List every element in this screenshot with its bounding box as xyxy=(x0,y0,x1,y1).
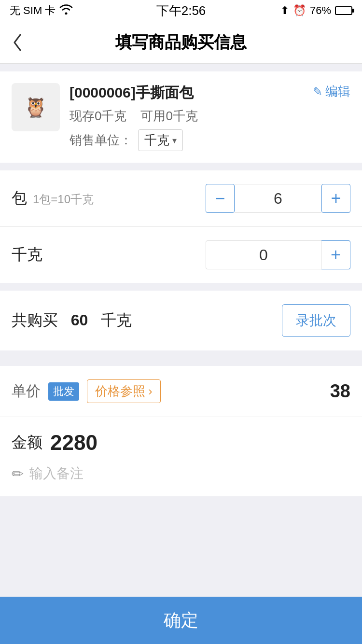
quantity-row-kg: 千克 + xyxy=(0,227,362,283)
unit-select[interactable]: 千克 ▾ xyxy=(138,129,183,151)
total-row: 共购买 60 千克 录批次 xyxy=(0,291,362,350)
battery-percent: 76% xyxy=(310,4,331,17)
quantity-row-bao: 包 1包=10千克 − + xyxy=(0,170,362,227)
amount-section: 金额 2280 ✏ 输入备注 xyxy=(0,417,362,496)
product-owl-icon: 🦉 xyxy=(24,96,48,119)
carrier-label: 无 SIM 卡 xyxy=(10,3,56,18)
kg-label: 千克 xyxy=(12,244,206,266)
kg-label-main: 千克 xyxy=(12,244,42,266)
price-value: 38 xyxy=(330,381,350,402)
total-value: 60 xyxy=(71,311,88,329)
stock-label: 现存0千克 xyxy=(70,109,126,123)
kg-quantity-controls: + xyxy=(206,240,350,269)
price-label: 单价 xyxy=(12,381,41,401)
bao-label: 包 1包=10千克 xyxy=(12,188,206,209)
total-prefix: 共购买 xyxy=(12,311,58,329)
price-ref-button[interactable]: 价格参照 › xyxy=(87,379,161,403)
status-bar-left: 无 SIM 卡 xyxy=(10,3,73,18)
remark-icon: ✏ xyxy=(12,465,24,482)
section-divider-2 xyxy=(0,283,362,291)
product-stock: 现存0千克 可用0千克 xyxy=(70,108,350,125)
location-icon: ⬆ xyxy=(280,4,289,17)
edit-label: 编辑 xyxy=(325,83,350,100)
available-label: 可用0千克 xyxy=(140,109,197,123)
unit-prefix-label: 销售单位： xyxy=(70,132,132,149)
wifi-icon xyxy=(59,4,73,17)
bao-label-main: 包 xyxy=(12,188,27,209)
unit-dropdown-icon: ▾ xyxy=(172,135,177,146)
section-divider-1 xyxy=(0,163,362,170)
bao-label-hint: 1包=10千克 xyxy=(33,192,94,207)
product-image: 🦉 xyxy=(12,83,60,131)
edit-button[interactable]: ✎ 编辑 xyxy=(313,83,350,100)
remark-row[interactable]: ✏ 输入备注 xyxy=(12,464,350,483)
total-unit: 千克 xyxy=(101,311,132,329)
status-bar-right: ⬆ ⏰ 76% xyxy=(280,4,352,17)
batch-button[interactable]: 录批次 xyxy=(282,304,350,337)
total-text: 共购买 60 千克 xyxy=(12,310,132,331)
product-card: 🦉 [0000006]手撕面包 现存0千克 可用0千克 销售单位： 千克 ▾ ✎… xyxy=(0,71,362,163)
remark-placeholder: 输入备注 xyxy=(29,464,84,483)
kg-quantity-input[interactable] xyxy=(206,240,321,269)
bao-minus-button[interactable]: − xyxy=(206,184,235,213)
bao-quantity-input[interactable] xyxy=(235,184,321,213)
amount-value: 2280 xyxy=(50,431,97,455)
alarm-icon: ⏰ xyxy=(293,4,306,17)
price-ref-arrow-icon: › xyxy=(148,384,153,399)
battery-icon xyxy=(335,6,352,15)
product-info: [0000006]手撕面包 现存0千克 可用0千克 销售单位： 千克 ▾ xyxy=(70,83,350,151)
page-title: 填写商品购买信息 xyxy=(115,31,247,54)
bao-quantity-controls: − + xyxy=(206,184,350,213)
edit-icon: ✎ xyxy=(313,85,322,98)
amount-label: 金额 xyxy=(12,432,42,453)
nav-bar: 填写商品购买信息 xyxy=(0,21,362,64)
product-unit-row: 销售单位： 千克 ▾ xyxy=(70,129,350,151)
price-batch-tag: 批发 xyxy=(48,382,79,401)
section-divider-3 xyxy=(0,350,362,358)
status-bar-time: 下午2:56 xyxy=(156,2,206,19)
quantity-section: 包 1包=10千克 − + 千克 + xyxy=(0,170,362,283)
product-name: [0000006]手撕面包 xyxy=(70,83,350,103)
price-section: 单价 批发 价格参照 › 38 xyxy=(0,366,362,417)
amount-row: 金额 2280 xyxy=(12,431,350,455)
unit-value: 千克 xyxy=(144,132,169,149)
back-button[interactable] xyxy=(12,33,23,52)
confirm-button[interactable]: 确定 xyxy=(0,597,362,644)
bao-plus-button[interactable]: + xyxy=(321,184,350,213)
kg-plus-button[interactable]: + xyxy=(321,240,350,269)
price-ref-label: 价格参照 xyxy=(95,383,145,400)
status-bar: 无 SIM 卡 下午2:56 ⬆ ⏰ 76% xyxy=(0,0,362,21)
